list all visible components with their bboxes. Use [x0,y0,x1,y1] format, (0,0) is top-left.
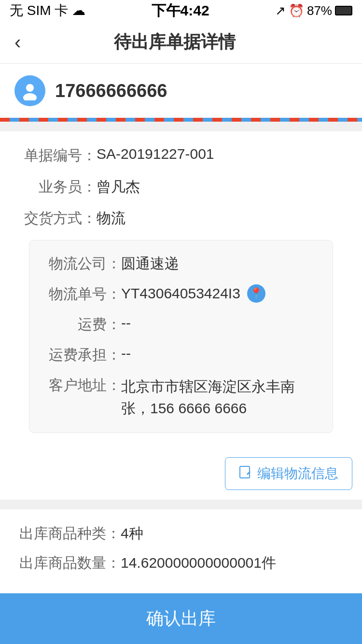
freight-bearer-value: -- [121,345,318,362]
order-info-section: 单据编号： SA-20191227-001 业务员： 曾凡杰 交货方式： 物流 … [0,131,362,448]
battery-label: 87% [307,3,332,18]
status-time: 下午4:42 [152,1,209,21]
edit-icon [239,465,252,482]
alarm-icon: ⏰ [289,3,304,18]
tracking-label: 物流单号： [44,284,121,304]
pin-symbol: 📍 [250,287,263,300]
customer-phone: 17666666666 [55,81,167,101]
back-button[interactable]: ‹ [14,31,21,53]
order-no-row: 单据编号： SA-20191227-001 [19,146,343,166]
battery-icon [335,6,352,15]
delivery-label: 交货方式： [19,209,97,228]
svg-point-1 [23,93,37,100]
freight-bearer-row: 运费承担： -- [44,345,318,365]
address-label: 客户地址： [44,376,121,395]
goods-section: 出库商品种类： 4种 出库商品数量： 14.620000000000001件 [0,509,362,588]
confirm-button[interactable]: 确认出库 [146,608,216,628]
tracking-number: YT43064053424I3 [121,285,240,302]
goods-quantity-value: 14.620000000000001件 [121,553,276,573]
freight-bearer-label: 运费承担： [44,345,121,365]
order-no-value: SA-20191227-001 [97,146,343,162]
customer-section: 17666666666 [0,64,362,118]
svg-point-0 [26,84,34,92]
location-status-icon: ↗ [275,3,286,18]
map-pin-icon[interactable]: 📍 [247,284,265,303]
delivery-row: 交货方式： 物流 [19,209,343,228]
edit-logistics-label: 编辑物流信息 [257,464,338,483]
page-title: 待出库单据详情 [30,30,319,54]
nav-bar: ‹ 待出库单据详情 [0,21,362,64]
logistics-company-row: 物流公司： 圆通速递 [44,254,318,274]
dashed-divider [0,118,362,122]
salesman-row: 业务员： 曾凡杰 [19,177,343,197]
goods-types-label: 出库商品种类： [19,524,121,544]
freight-value: -- [121,315,318,331]
salesman-label: 业务员： [19,177,97,197]
goods-types-value: 4种 [121,524,143,544]
status-left: 无 SIM 卡 ☁ [10,1,85,20]
goods-quantity-label: 出库商品数量： [19,553,121,573]
address-value: 北京市市辖区海淀区永丰南 张，156 6666 6666 [121,376,318,419]
edit-logistics-button[interactable]: 编辑物流信息 [225,457,352,490]
order-no-label: 单据编号： [19,146,97,166]
logistics-company-value: 圆通速递 [121,254,318,274]
tracking-row: 物流单号： YT43064053424I3 📍 [44,284,318,304]
status-right: ↗ ⏰ 87% [275,3,352,18]
avatar [14,75,45,106]
address-row: 客户地址： 北京市市辖区海淀区永丰南 张，156 6666 6666 [44,376,318,419]
tracking-value: YT43064053424I3 📍 [121,284,318,303]
freight-row: 运费： -- [44,315,318,335]
sim-label: 无 SIM 卡 ☁ [10,1,85,20]
section-separator [0,500,362,509]
svg-rect-2 [240,466,250,478]
salesman-value: 曾凡杰 [97,177,343,197]
edit-btn-row: 编辑物流信息 [0,448,362,500]
freight-label: 运费： [44,315,121,335]
goods-quantity-row: 出库商品数量： 14.620000000000001件 [19,553,343,573]
content: 17666666666 单据编号： SA-20191227-001 业务员： 曾… [0,64,362,644]
status-bar: 无 SIM 卡 ☁ 下午4:42 ↗ ⏰ 87% [0,0,362,21]
logistics-section: 物流公司： 圆通速递 物流单号： YT43064053424I3 📍 运费： -… [29,240,333,433]
delivery-value: 物流 [97,209,343,228]
confirm-section: 确认出库 [0,593,362,644]
logistics-company-label: 物流公司： [44,254,121,274]
goods-types-row: 出库商品种类： 4种 [19,524,343,544]
